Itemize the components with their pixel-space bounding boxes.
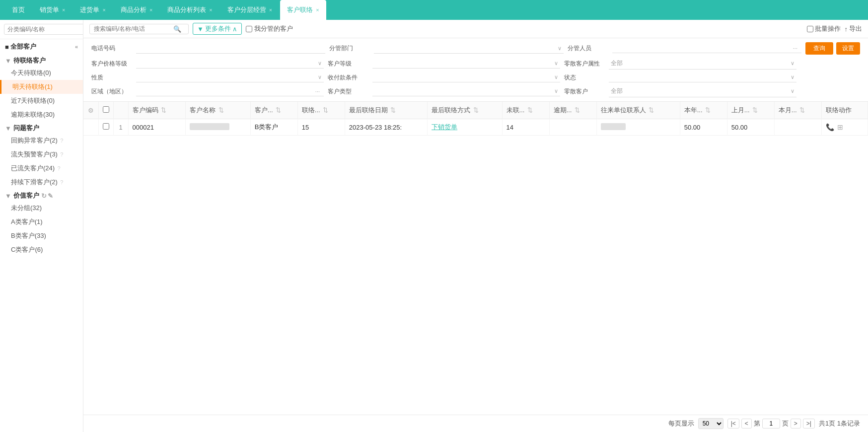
row-type: B类客户 — [250, 119, 297, 136]
last-method-link[interactable]: 下销货单 — [432, 123, 457, 131]
filter-icon: ▼ — [197, 25, 204, 33]
batch-op-button[interactable]: 批量操作 — [807, 24, 841, 33]
page-input[interactable] — [762, 419, 780, 429]
row-checkbox[interactable] — [103, 123, 109, 130]
nav-customer-tiering[interactable]: 客户分层经营 × — [220, 0, 279, 20]
table-col-code[interactable]: 客户编码 ⇅ — [128, 102, 185, 119]
sidebar-group-value[interactable]: ▼ 价值客户 ↻ ✎ — [0, 189, 83, 201]
more-filter-button[interactable]: ▼ 更多条件 ∧ — [193, 23, 242, 35]
table-col-name[interactable]: 客户名称 ⇅ — [185, 102, 250, 119]
first-page-button[interactable]: |< — [727, 419, 739, 429]
sidebar-item-overdue[interactable]: 逾期未联络(30) — [0, 108, 83, 122]
sidebar-group-problem[interactable]: ▼ 问题客户 — [0, 122, 83, 134]
table-col-last-month[interactable]: 上月... ⇅ — [727, 102, 774, 119]
table-col-contact[interactable]: 联络... ⇅ — [297, 102, 345, 119]
my-customers-checkbox[interactable] — [246, 26, 252, 32]
filter-panel: 电话号码 分管部门 ∨ 分管人员 ··· — [83, 38, 868, 102]
filter-payment-select[interactable]: ∨ — [372, 72, 560, 82]
chevron-down-icon: ∨ — [558, 45, 562, 52]
table-col-overdue[interactable]: 逾期... ⇅ — [549, 102, 596, 119]
close-icon[interactable]: × — [209, 7, 212, 13]
edit-icon[interactable]: ✎ — [48, 192, 53, 200]
refresh-icon[interactable]: ↻ — [41, 192, 47, 200]
filter-payment-label: 收付款条件 — [328, 73, 372, 82]
table-col-this-month[interactable]: 本月... ⇅ — [774, 102, 821, 119]
batch-op-checkbox[interactable] — [807, 26, 813, 32]
page-size-select[interactable]: 50 10 20 100 — [698, 418, 723, 429]
table-col-this-year[interactable]: 本年... ⇅ — [680, 102, 727, 119]
nav-home[interactable]: 首页 — [5, 0, 32, 20]
all-customers-label[interactable]: ■ 全部客户 « — [0, 39, 83, 54]
filter-nature-select[interactable]: ∨ — [136, 72, 324, 82]
filter-region-select[interactable]: ··· — [136, 87, 324, 96]
next-page-button[interactable]: > — [791, 419, 801, 429]
collapse-icon[interactable]: « — [75, 44, 78, 50]
sidebar-item-tomorrow[interactable]: 明天待联络(1) — [0, 80, 83, 94]
search-input[interactable] — [94, 25, 173, 32]
close-icon[interactable]: × — [316, 7, 319, 13]
top-nav: 首页 销货单 × 进货单 × 商品分析 × 商品分析列表 × 客户分层经营 × … — [0, 0, 868, 20]
sidebar-item-c-class[interactable]: C类客户(6) — [0, 243, 83, 257]
sort-icon: ⇅ — [575, 106, 580, 114]
filter-retail-attr-select[interactable]: 全部 ∨ — [609, 58, 796, 70]
grid-icon[interactable]: ⊞ — [837, 123, 843, 131]
nav-product-analysis-list[interactable]: 商品分析列表 × — [160, 0, 219, 20]
query-button[interactable]: 查询 — [805, 42, 833, 55]
nav-sales-order[interactable]: 销货单 × — [33, 0, 72, 20]
filter-row-4: 区域（地区） ··· 客户类型 ∨ 零散客户 全部 — [91, 85, 860, 97]
prev-page-button[interactable]: < — [741, 419, 752, 429]
filter-customer-type-select[interactable]: ∨ — [372, 86, 560, 96]
nav-purchase-order[interactable]: 进货单 × — [73, 0, 112, 20]
filter-row-2: 客户价格等级 ∨ 客户等级 ∨ 零散客户属性 全部 — [91, 58, 860, 70]
filter-status: 状态 ∨ — [564, 72, 796, 82]
table-col-last-method[interactable]: 最后联络方式 ⇅ — [428, 102, 503, 119]
sidebar-item-ungrouped[interactable]: 未分组(32) — [0, 201, 83, 215]
close-icon[interactable]: × — [102, 7, 105, 13]
filter-price-level: 客户价格等级 ∨ — [91, 59, 324, 69]
export-button[interactable]: ↑ 导出 — [845, 24, 863, 33]
phone-icon[interactable]: 📞 — [826, 123, 834, 131]
nav-customer-contact[interactable]: 客户联络 × — [280, 0, 326, 20]
close-icon[interactable]: × — [62, 7, 65, 13]
sidebar-item-churn-warning[interactable]: 流失预警客户(3) ? — [0, 147, 83, 161]
search-icon[interactable]: 🔍 — [173, 25, 181, 33]
table-col-gear[interactable]: ⚙ — [83, 102, 98, 119]
chevron-down-icon: ∨ — [554, 60, 558, 67]
sidebar-item-repurchase-abnormal[interactable]: 回购异常客户(2) ? — [0, 134, 83, 147]
sidebar-item-a-class[interactable]: A类客户(1) — [0, 215, 83, 229]
sidebar-group-pending[interactable]: ▼ 待联络客户 — [0, 54, 83, 66]
table-col-type[interactable]: 客户... ⇅ — [250, 102, 297, 119]
close-icon[interactable]: × — [149, 7, 152, 13]
close-icon[interactable]: × — [269, 7, 272, 13]
filter-customer-level-select[interactable]: ∨ — [372, 59, 560, 69]
sidebar-item-7days[interactable]: 近7天待联络(0) — [0, 94, 83, 108]
sidebar-item-churned[interactable]: 已流失客户(24) ? — [0, 161, 83, 175]
table-col-index — [113, 102, 128, 119]
filter-status-label: 状态 — [564, 73, 609, 82]
last-page-button[interactable]: >| — [803, 419, 815, 429]
sidebar-search-input[interactable] — [4, 24, 83, 35]
filter-manager-label: 分管人员 — [568, 44, 612, 53]
chevron-down-icon: ∨ — [791, 74, 795, 80]
settings-button[interactable]: 设置 — [836, 42, 860, 55]
nav-product-analysis[interactable]: 商品分析 × — [114, 0, 159, 20]
filter-phone-input[interactable] — [136, 43, 325, 54]
filter-retail-customer-select[interactable]: 全部 ∨ — [609, 85, 796, 97]
table-col-last-date[interactable]: 最后联络日期 ⇅ — [345, 102, 427, 119]
filter-customer-level: 客户等级 ∨ — [328, 59, 560, 69]
more-btn[interactable]: ··· — [315, 88, 320, 94]
sidebar-item-declining[interactable]: 持续下滑客户(2) ? — [0, 175, 83, 189]
filter-buttons: 查询 设置 — [805, 42, 860, 55]
table-col-company-contact[interactable]: 往来单位联系人 ⇅ — [596, 102, 680, 119]
select-all-checkbox[interactable] — [103, 106, 109, 113]
filter-price-level-select[interactable]: ∨ — [136, 59, 324, 69]
more-btn[interactable]: ··· — [793, 45, 797, 51]
filter-dept-select[interactable]: ∨ — [374, 44, 563, 54]
filter-manager-select[interactable]: ··· — [612, 44, 801, 53]
table-col-uncontacted[interactable]: 未联... ⇅ — [502, 102, 549, 119]
page-nav: |< < 第 页 > >| — [727, 419, 815, 429]
sidebar-item-today[interactable]: 今天待联络(0) — [0, 66, 83, 80]
chevron-down-icon: ∨ — [791, 60, 795, 67]
sidebar-item-b-class[interactable]: B类客户(33) — [0, 229, 83, 243]
filter-status-select[interactable]: ∨ — [609, 72, 796, 82]
